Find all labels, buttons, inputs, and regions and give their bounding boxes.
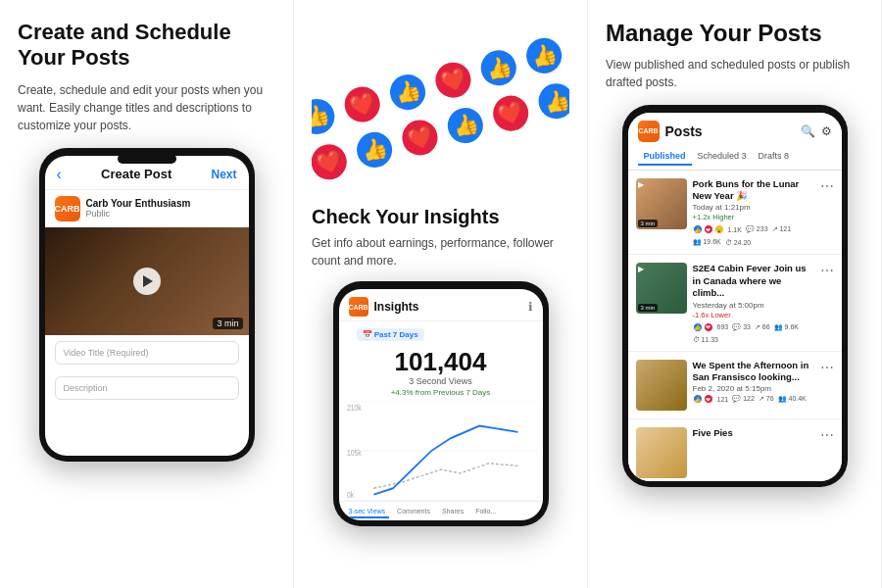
post-stat-views-3: 👥 40.4K (778, 395, 807, 403)
play-icon (143, 275, 153, 287)
posts-title: Posts (665, 123, 795, 139)
phone-2: CARB Insights ℹ 📅 Past 7 Days 101,404 3 … (333, 281, 549, 526)
post-info-2: S2E4 Cabin Fever Join us in Canada where… (693, 263, 812, 342)
post-more-3[interactable]: ⋯ (818, 360, 834, 375)
post-info-1: Pork Buns for the Lunar New Year 🎉 Today… (693, 178, 812, 247)
reactions-3: 👍 ❤ (693, 394, 713, 404)
phone-3: CARB Posts 🔍 ⚙ Published Scheduled 3 Dra… (622, 105, 848, 487)
insights-info-icon[interactable]: ℹ (528, 300, 533, 314)
posts-header: CARB Posts 🔍 ⚙ Published Scheduled 3 Dra… (628, 113, 842, 171)
tab-drafts[interactable]: Drafts 8 (753, 148, 796, 166)
like-dot-2: 👍 (693, 322, 703, 332)
post-stats-3: 👍 ❤ 121 💬 122 ↗ 76 👥 40.4K (693, 394, 812, 404)
thumbs-up-icon-7: 👍 (530, 75, 569, 127)
post-stat-comments-2: 💬 33 (732, 323, 751, 331)
thumbs-up-icon: 👍 (312, 91, 343, 143)
posts-tabs: Published Scheduled 3 Drafts 8 (638, 148, 832, 166)
post-item-3: We Spent the Afternoon in San Fransisco … (628, 352, 842, 419)
video-thumbnail: 3 min (45, 227, 249, 335)
post-stat-views-1: 👥 19.6K (693, 238, 721, 246)
reactions-background: 👍 ❤️ 👍 ❤️ 👍 👍 ❤️ 👍 ❤️ 👍 ❤️ 👍 (312, 20, 569, 196)
post-more-4[interactable]: ⋯ (818, 427, 834, 443)
phone-2-screen: CARB Insights ℹ 📅 Past 7 Days 101,404 3 … (339, 289, 543, 520)
col1-title: Create and Schedule Your Posts (18, 20, 275, 72)
heart-icon-2: ❤️ (427, 54, 479, 106)
insights-label: 3 Second Views (339, 376, 543, 386)
phone-1-notch (118, 154, 176, 164)
insights-avatar: CARB (349, 297, 368, 317)
play-button[interactable] (133, 268, 161, 295)
post-stat-shares-3: ↗ 76 (759, 395, 774, 403)
back-icon[interactable]: ‹ (57, 166, 62, 183)
posts-header-row: CARB Posts 🔍 ⚙ (638, 121, 832, 142)
heart-icon: ❤️ (336, 78, 388, 130)
post-info-4: Five Pies (693, 427, 812, 440)
post-duration-2: 3 min (638, 304, 659, 312)
heart-dot-3: ❤ (704, 394, 713, 404)
avatar: CARB (55, 196, 80, 221)
col1-desc: Create, schedule and edit your posts whe… (18, 81, 275, 134)
post-stat-views-2: 👥 9.6K (774, 323, 799, 331)
chart-tabs: 3-sec Views Comments Shares Follo... (339, 501, 543, 520)
video-duration: 3 min (213, 318, 242, 329)
video-title-input[interactable]: Video Title (Required) (55, 341, 239, 365)
col-manage-posts: Manage Your Posts View published and sch… (588, 0, 882, 588)
thumbs-up-icon-5: 👍 (349, 123, 401, 175)
search-icon[interactable]: 🔍 (801, 124, 815, 138)
post-growth-2: -1.6x Lower (693, 311, 812, 319)
post-image-3 (636, 360, 687, 411)
post-more-1[interactable]: ⋯ (818, 178, 834, 194)
posts-list: ▶ 3 min Pork Buns for the Lunar New Year… (628, 171, 842, 481)
post-date-3: Feb 2, 2020 at 5:15pm (693, 384, 812, 393)
heart-icon-4: ❤️ (394, 112, 446, 164)
post-item-4: Five Pies ⋯ (628, 419, 842, 481)
post-title-2: S2E4 Cabin Fever Join us in Canada where… (693, 263, 812, 299)
post-more-2[interactable]: ⋯ (818, 263, 834, 278)
post-duration-1: 3 min (638, 220, 659, 227)
tab-shares[interactable]: Shares (438, 506, 467, 518)
heart-icon-5: ❤️ (485, 87, 537, 139)
post-stat-likes-1: 1.1K (728, 226, 742, 233)
post-item-1: ▶ 3 min Pork Buns for the Lunar New Year… (628, 171, 842, 256)
col-insights: 👍 ❤️ 👍 ❤️ 👍 👍 ❤️ 👍 ❤️ 👍 ❤️ 👍 Check Your … (294, 0, 588, 588)
wow-dot: 😮 (714, 224, 724, 234)
post-stat-shares-2: ↗ 66 (755, 323, 770, 331)
create-post-title: Create Post (101, 167, 172, 181)
col2-title: Check Your Insights (312, 206, 569, 228)
audience: Public (86, 209, 191, 219)
tab-published[interactable]: Published (638, 148, 692, 166)
post-stat-watch-1: ⏱ 24.20 (725, 239, 751, 246)
post-thumb-3 (636, 360, 687, 411)
like-dot: 👍 (693, 224, 703, 234)
post-title-3: We Spent the Afternoon in San Fransisco … (693, 360, 812, 384)
insights-header: CARB Insights ℹ (339, 289, 543, 321)
tab-3sec-views[interactable]: 3-sec Views (345, 506, 390, 518)
reactions-image: 👍 ❤️ 👍 ❤️ 👍 👍 ❤️ 👍 ❤️ 👍 ❤️ 👍 (312, 20, 569, 196)
description-input[interactable]: Description (55, 376, 239, 400)
date-badge[interactable]: 📅 Past 7 Days (357, 328, 424, 341)
col2-desc: Get info about earnings, performance, fo… (312, 234, 569, 270)
thumbs-up-icon-4: 👍 (518, 29, 569, 81)
col3-desc: View published and scheduled posts or pu… (606, 56, 863, 91)
post-stats-1: 👍 ❤ 😮 1.1K 💬 233 ↗ 121 👥 19.6K ⏱ 24.20 (693, 224, 812, 246)
video-icon-2: ▶ (638, 265, 644, 273)
user-row: CARB Carb Your Enthusiasm Public (45, 190, 249, 227)
like-dot-3: 👍 (693, 394, 703, 404)
insights-chart: 210k 105k 0k Past 7 Days Previous 7 Days (339, 401, 543, 501)
post-stat-comments-3: 💬 122 (732, 395, 755, 403)
tab-comments[interactable]: Comments (393, 506, 434, 518)
heart-dot: ❤ (704, 224, 713, 234)
tab-followers[interactable]: Follo... (471, 506, 500, 518)
next-button[interactable]: Next (211, 168, 236, 181)
posts-avatar: CARB (638, 121, 660, 142)
username: Carb Your Enthusiasm (86, 198, 191, 209)
post-stat-likes-2: 693 (717, 323, 729, 330)
post-date-1: Today at 1:21pm (693, 203, 812, 212)
svg-text:210k: 210k (346, 403, 361, 413)
tab-scheduled[interactable]: Scheduled 3 (692, 148, 753, 166)
post-stat-likes-3: 121 (717, 396, 729, 403)
post-stat-watch-2: ⏱ 11.33 (693, 336, 718, 343)
post-growth-1: +1.2x Higher (693, 213, 812, 221)
thumbs-up-icon-3: 👍 (472, 42, 524, 94)
filter-icon[interactable]: ⚙ (821, 124, 832, 138)
